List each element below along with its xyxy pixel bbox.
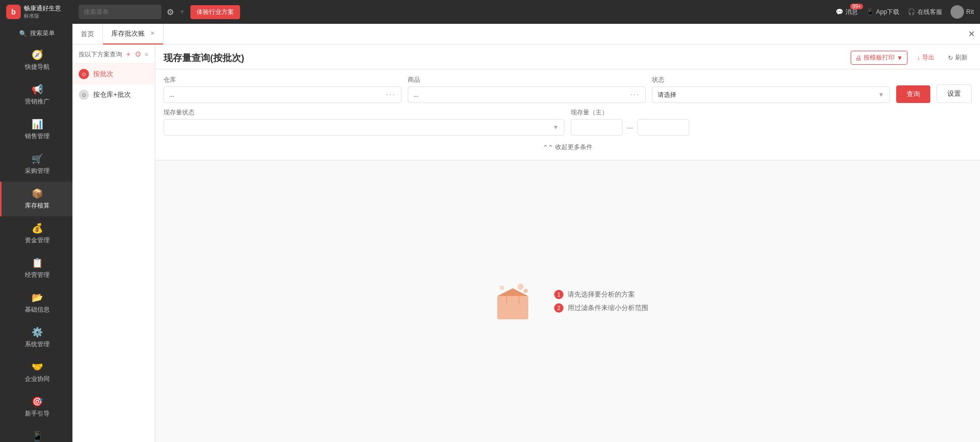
chart-icon: 📊 [32, 119, 43, 130]
quantity-dash: — [627, 119, 633, 136]
collapse-left-panel-icon[interactable]: « [144, 50, 149, 59]
compass-icon: 🧭 [32, 49, 43, 61]
empty-illustration [487, 275, 539, 327]
sidebar-item-system[interactable]: ⚙️ 系统管理 [0, 320, 72, 355]
clipboard-icon: 📋 [32, 257, 43, 269]
scheme-by-warehouse-batch[interactable]: ⊙ 按仓库+批次 [72, 84, 155, 105]
refresh-button[interactable]: ↻ 刷新 [944, 51, 972, 64]
print-dropdown-icon: ▼ [897, 54, 903, 62]
filter-row-1: 仓库 ... ··· 商品 ... ··· [164, 76, 972, 103]
app-download-action[interactable]: 📱 App下载 [866, 8, 899, 17]
handshake-icon: 🤝 [32, 361, 43, 373]
search-input[interactable] [79, 5, 161, 19]
cart-icon: 🛒 [32, 153, 43, 165]
chevron-up-icon: ⌃⌃ [543, 144, 553, 151]
print-button[interactable]: 🖨 按模板打印 ▼ [851, 51, 908, 65]
filter-settings-button[interactable]: 设置 [937, 84, 972, 103]
tip-num-2: 2 [554, 303, 563, 313]
messages-badge: 99+ [850, 4, 863, 9]
svg-point-6 [524, 289, 528, 293]
stock-status-dropdown-icon: ▼ [553, 124, 559, 131]
export-button[interactable]: ↓ 导出 [913, 51, 939, 64]
empty-tip-1: 1 请先选择要分析的方案 [554, 290, 648, 299]
logo-icon: b [6, 5, 21, 19]
svg-rect-2 [507, 296, 519, 304]
logo-area: b 畅康通好生意 标准版 [6, 5, 73, 20]
collapse-more-button[interactable]: ⌃⌃ 收起更多条件 [164, 141, 972, 154]
sidebar-item-enterprise[interactable]: 🤝 企业协同 [0, 355, 72, 390]
target-icon: 🎯 [32, 396, 43, 407]
sidebar-item-finance[interactable]: 💰 资金管理 [0, 216, 72, 251]
sidebar-item-quick-nav[interactable]: 🧭 快捷导航 [0, 43, 72, 78]
scheme-settings-icon[interactable]: ⊙ [135, 50, 141, 59]
money-icon: 💰 [32, 223, 43, 234]
tab-inventory-batch[interactable]: 库存批次账 ✕ [103, 24, 164, 45]
empty-state: 1 请先选择要分析的方案 2 用过滤条件来缩小分析范围 [155, 160, 980, 442]
sidebar-item-basic[interactable]: 📂 基础信息 [0, 286, 72, 320]
logo-text: 畅康通好生意 标准版 [24, 5, 61, 20]
tab-home[interactable]: 首页 [72, 24, 103, 45]
product-input-placeholder: ... [413, 91, 419, 98]
warehouse-dots-icon: ··· [386, 90, 396, 99]
box-icon: 📦 [32, 188, 43, 199]
sidebar-item-purchase[interactable]: 🛒 采购管理 [0, 147, 72, 182]
sidebar-item-appcenter[interactable]: 📱 应用中心 [0, 424, 72, 442]
sidebar: 🔍 搜索菜单 🧭 快捷导航 📢 营销推广 📊 销售管理 🛒 采购管理 📦 库存核… [0, 24, 72, 442]
messages-action[interactable]: 💬 消息 99+ [836, 8, 858, 17]
query-button[interactable]: 查询 [896, 85, 930, 103]
tip-num-1: 1 [554, 290, 563, 299]
warehouse-input-placeholder: ... [169, 91, 174, 98]
tab-bar: 首页 库存批次账 ✕ ✕ [72, 24, 980, 45]
sidebar-item-newuser[interactable]: 🎯 新手引导 [0, 390, 72, 424]
folder-icon: 📂 [32, 292, 43, 303]
status-select-placeholder: 请选择 [658, 91, 676, 99]
content-area: 首页 库存批次账 ✕ ✕ 按以下方案查询 ＋ ⊙ « [72, 24, 980, 442]
gear-icon: ⚙️ [32, 327, 43, 338]
sidebar-item-marketing[interactable]: 📢 营销推广 [0, 78, 72, 112]
svg-point-5 [517, 284, 524, 290]
sidebar-item-search[interactable]: 🔍 搜索菜单 [0, 24, 72, 43]
stock-quantity-min-input[interactable] [571, 119, 622, 136]
add-scheme-btn[interactable]: ＋ [125, 50, 132, 59]
left-panel-header-icons: ＋ ⊙ « [125, 50, 149, 59]
user-action[interactable]: Rit [951, 5, 974, 19]
filter-row-2: 现存量状态 ▼ 现存量（主） — [164, 108, 972, 136]
product-field: 商品 ... ··· [408, 76, 646, 103]
online-service-action[interactable]: 🎧 在线客服 [908, 8, 942, 17]
close-tab-panel-btn[interactable]: ✕ [968, 29, 975, 39]
left-panel-header: 按以下方案查询 ＋ ⊙ « [72, 45, 155, 64]
status-dropdown-icon: ▼ [878, 91, 884, 98]
megaphone-icon: 📢 [32, 84, 43, 95]
svg-rect-7 [500, 286, 504, 290]
stock-quantity-max-input[interactable] [637, 119, 689, 136]
top-header: b 畅康通好生意 标准版 ⚙ ▼ 体验行业方案 💬 消息 99+ 📱 App下载… [0, 0, 980, 24]
page-header: 现存量查询(按批次) 🖨 按模板打印 ▼ ↓ 导出 ↻ [155, 45, 980, 69]
stock-status-field: 现存量状态 ▼ [164, 108, 565, 136]
export-icon: ↓ [917, 54, 920, 62]
scheme-by-batch[interactable]: ⊙ 按批次 [72, 64, 155, 84]
refresh-icon: ↻ [948, 54, 953, 62]
left-panel: 按以下方案查询 ＋ ⊙ « ⊙ 按批次 ⊙ 按仓库+批次 [72, 45, 155, 442]
product-input[interactable]: ... ··· [408, 86, 646, 103]
right-panel: 现存量查询(按批次) 🖨 按模板打印 ▼ ↓ 导出 ↻ [155, 45, 980, 442]
status-field: 状态 请选择 ▼ [652, 76, 890, 103]
header-actions: 💬 消息 99+ 📱 App下载 🎧 在线客服 Rit [836, 5, 974, 19]
page-header-actions: 🖨 按模板打印 ▼ ↓ 导出 ↻ 刷新 [851, 51, 972, 65]
stock-status-select[interactable]: ▼ [164, 119, 565, 136]
experience-button[interactable]: 体验行业方案 [190, 5, 240, 19]
sidebar-item-sales[interactable]: 📊 销售管理 [0, 112, 72, 147]
status-select[interactable]: 请选择 ▼ [652, 86, 890, 103]
empty-tip-2: 2 用过滤条件来缩小分析范围 [554, 303, 648, 313]
warehouse-input[interactable]: ... ··· [164, 86, 402, 103]
stock-quantity-field: 现存量（主） — [571, 108, 972, 136]
scheme-inactive-icon: ⊙ [79, 90, 89, 100]
filter-area: 仓库 ... ··· 商品 ... ··· [155, 69, 980, 160]
sidebar-item-operations[interactable]: 📋 经营管理 [0, 251, 72, 286]
settings-icon-btn[interactable]: ⚙ [167, 7, 174, 17]
tab-close-icon[interactable]: ✕ [150, 30, 155, 37]
sidebar-item-inventory[interactable]: 📦 库存核算 [0, 182, 72, 216]
printer-icon: 🖨 [855, 54, 862, 62]
phone-icon: 📱 [866, 8, 874, 16]
empty-tips: 1 请先选择要分析的方案 2 用过滤条件来缩小分析范围 [554, 290, 648, 313]
search-icon: 🔍 [19, 30, 27, 37]
